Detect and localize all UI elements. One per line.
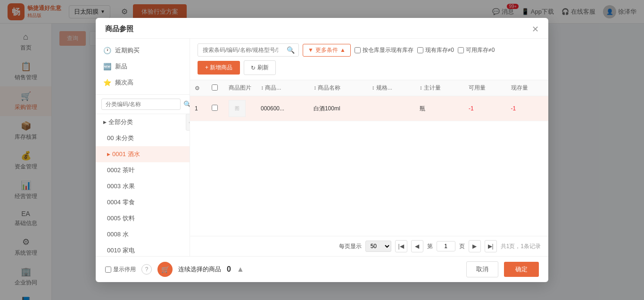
cell-stock: -1 <box>506 96 549 121</box>
th-name[interactable]: ↕ 商品名称 <box>309 80 367 96</box>
filter-more-btn[interactable]: ▼ 更多条件 ▲ <box>303 44 351 57</box>
cell-index: 1 <box>190 96 207 121</box>
checkbox-avail-ne0-text: 可用库存≠0 <box>466 46 495 54</box>
arrow-icon-all: ▶ <box>103 120 107 125</box>
chevron-up-icon: ▲ <box>340 47 346 53</box>
cat-item-0008[interactable]: 0008 水 <box>96 226 190 242</box>
cat-label-all: 全部分类 <box>108 118 133 126</box>
checkbox-avail-ne0-label[interactable]: 可用库存≠0 <box>458 46 495 54</box>
cell-spec <box>367 96 414 121</box>
cell-check[interactable] <box>207 96 224 121</box>
cat-item-all[interactable]: ▶ 全部分类 <box>96 114 190 130</box>
left-panel: 🕐 近期购买 🆕 新品 ⭐ 频次高 « 🔍 <box>96 39 190 256</box>
first-page-btn[interactable]: |◀ <box>395 240 407 252</box>
cat-item-00[interactable]: 00 未分类 <box>96 130 190 146</box>
cat-item-0002[interactable]: 0002 茶叶 <box>96 162 190 178</box>
page-input[interactable] <box>437 241 455 251</box>
cat-search-icon[interactable]: 🔍 <box>183 100 190 108</box>
cancel-btn[interactable]: 取消 <box>466 261 498 277</box>
confirm-btn[interactable]: 确定 <box>504 262 539 277</box>
row-checkbox[interactable] <box>212 105 218 111</box>
tab-new-label: 新品 <box>115 62 127 71</box>
prev-page-btn[interactable]: ◀ <box>411 240 423 252</box>
refresh-label: 刷新 <box>257 64 269 72</box>
cat-label-0010: 0010 家电 <box>107 246 135 255</box>
cat-item-0005[interactable]: 0005 饮料 <box>96 210 190 226</box>
product-reference-modal: 商品参照 ✕ 🕐 近期购买 🆕 新品 ⭐ 频次高 <box>96 18 548 282</box>
page-label: 第 <box>427 242 433 250</box>
show-disabled-text: 显示停用 <box>113 266 136 274</box>
cell-img: 图 <box>224 96 256 121</box>
filter-icon: ▼ <box>308 47 314 53</box>
total-info: 共1页，1条记录 <box>501 242 541 250</box>
page-suffix: 页 <box>459 242 465 250</box>
modal-footer: 显示停用 ? 🛒 连续选择的商品 0 ▲ 取消 确定 <box>96 256 548 282</box>
next-page-btn[interactable]: ▶ <box>469 240 481 252</box>
table-row[interactable]: 1 图 000600... 白酒100ml 瓶 -1 <box>190 96 548 121</box>
arrow-icon-0001: ▶ <box>107 152 110 157</box>
cat-item-0003[interactable]: 0003 水果 <box>96 178 190 194</box>
cat-label-0005: 0005 饮料 <box>107 214 135 223</box>
cart-icon[interactable]: 🛒 <box>157 262 173 277</box>
cat-item-0010[interactable]: 0010 家电 <box>96 242 190 256</box>
cat-search-input[interactable] <box>101 99 181 110</box>
tab-new[interactable]: 🆕 新品 <box>96 58 190 75</box>
cart-label: 连续选择的商品 <box>178 265 221 274</box>
new-icon: 🆕 <box>103 63 111 70</box>
checkbox-stock-ne0-text: 现有库存≠0 <box>425 46 454 54</box>
collapse-cart-icon[interactable]: ▲ <box>237 265 244 274</box>
checkbox-stock-ne0[interactable] <box>417 47 423 53</box>
tab-recent-label: 近期购买 <box>115 46 140 55</box>
modal-body: 🕐 近期购买 🆕 新品 ⭐ 频次高 « 🔍 <box>96 39 548 256</box>
show-disabled-checkbox[interactable] <box>105 267 111 273</box>
cat-label-0001: 0001 酒水 <box>112 150 140 158</box>
category-list: ▶ 全部分类 00 未分类 ▶ 0001 酒水 0002 茶叶 0003 水果 <box>96 114 190 256</box>
cat-label-0004: 0004 零食 <box>107 198 135 207</box>
cat-item-0001[interactable]: ▶ 0001 酒水 <box>96 146 190 162</box>
cat-search-row: 🔍 <box>96 95 190 114</box>
checkbox-show-stock[interactable] <box>355 47 361 53</box>
cat-label-00: 00 未分类 <box>107 134 134 142</box>
product-image: 图 <box>229 100 246 117</box>
checkbox-show-stock-label[interactable]: 按仓库显示现有库存 <box>355 46 413 54</box>
filter-more-label: 更多条件 <box>315 46 338 54</box>
cell-code: 000600... <box>256 96 309 121</box>
select-all-checkbox[interactable] <box>212 84 218 91</box>
add-product-btn[interactable]: + 新增商品 <box>198 61 240 75</box>
cell-unit: 瓶 <box>415 96 464 121</box>
cart-count: 0 <box>227 265 231 274</box>
per-page-select[interactable]: 50 10 20 100 <box>365 241 391 252</box>
product-search-icon[interactable]: 🔍 <box>283 44 298 56</box>
checkbox-stock-ne0-label[interactable]: 现有库存≠0 <box>417 46 454 54</box>
refresh-btn[interactable]: ↻ 刷新 <box>244 60 276 75</box>
collapse-panel-btn[interactable]: « <box>186 114 190 131</box>
recent-icon: 🕐 <box>103 47 111 54</box>
checkbox-avail-ne0[interactable] <box>458 47 464 53</box>
product-table-area: ⚙ 商品图片 ↕ 商品... ↕ 商品名称 <box>190 80 548 236</box>
th-settings[interactable]: ⚙ <box>190 80 207 96</box>
tab-freq-label: 频次高 <box>115 78 133 87</box>
checkbox-show-stock-text: 按仓库显示现有库存 <box>363 46 413 54</box>
th-code[interactable]: ↕ 商品... <box>256 80 309 96</box>
table-header-row: ⚙ 商品图片 ↕ 商品... ↕ 商品名称 <box>190 80 548 96</box>
star-icon: ⭐ <box>103 79 111 86</box>
modal-header: 商品参照 ✕ <box>96 18 548 39</box>
th-unit[interactable]: ↕ 主计量 <box>415 80 464 96</box>
product-search-input[interactable] <box>198 44 283 56</box>
right-panel: 🔍 ▼ 更多条件 ▲ 按仓库显示现有库存 现有库存≠0 可用库存≠0 <box>190 39 548 256</box>
cell-name: 白酒100ml <box>309 96 367 121</box>
toolbar: 🔍 ▼ 更多条件 ▲ 按仓库显示现有库存 现有库存≠0 可用库存≠0 <box>190 39 548 80</box>
th-spec[interactable]: ↕ 规格... <box>367 80 414 96</box>
modal-close-btn[interactable]: ✕ <box>532 25 539 33</box>
tab-recent[interactable]: 🕐 近期购买 <box>96 42 190 58</box>
show-disabled-label[interactable]: 显示停用 <box>105 266 136 274</box>
tab-freq[interactable]: ⭐ 频次高 <box>96 75 190 91</box>
cat-item-0004[interactable]: 0004 零食 <box>96 194 190 210</box>
help-icon[interactable]: ? <box>141 264 152 275</box>
cat-label-0008: 0008 水 <box>107 230 129 239</box>
cell-avail: -1 <box>464 96 506 121</box>
last-page-btn[interactable]: ▶| <box>485 240 497 252</box>
product-search-wrap: 🔍 <box>198 43 299 57</box>
th-avail: 可用量 <box>464 80 506 96</box>
table-body: 1 图 000600... 白酒100ml 瓶 -1 <box>190 96 548 121</box>
